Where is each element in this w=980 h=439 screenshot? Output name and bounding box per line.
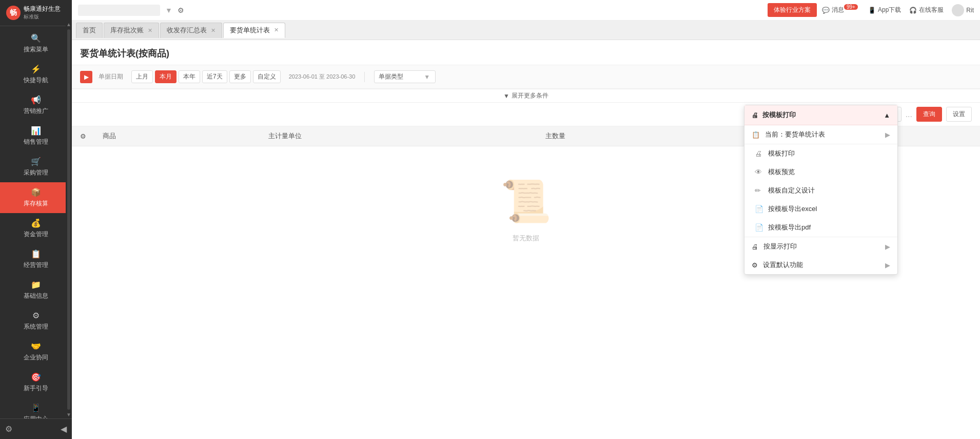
chevron-up-icon: ▲ bbox=[884, 111, 890, 119]
current-template-item[interactable]: 📋 当前：要货单统计表 ▶ bbox=[744, 125, 897, 144]
tab-close-icon[interactable]: ✕ bbox=[274, 27, 279, 33]
current-template-section: 📋 当前：要货单统计表 ▶ bbox=[744, 125, 897, 144]
tab-collection[interactable]: 收发存汇总表✕ bbox=[160, 23, 222, 38]
tab-close-icon[interactable]: ✕ bbox=[211, 27, 215, 34]
date-btn-本月[interactable]: 本月 bbox=[155, 70, 177, 83]
sidebar-item-label: 经营管理 bbox=[24, 261, 48, 270]
sidebar-item-label: 营销推广 bbox=[24, 107, 48, 116]
more-button[interactable]: ... bbox=[906, 110, 912, 119]
basic-icon: 📁 bbox=[31, 280, 41, 290]
print-item-template_print[interactable]: 🖨 模板打印 bbox=[744, 144, 897, 163]
sidebar-item-quicknav[interactable]: ⚡ 快捷导航 bbox=[0, 59, 72, 90]
default_func-icon: ⚙ bbox=[752, 261, 758, 269]
tab-label: 收发存汇总表 bbox=[167, 26, 207, 35]
date-btn-上月[interactable]: 上月 bbox=[131, 70, 153, 83]
template_print-icon: 🖨 bbox=[755, 149, 763, 158]
collab-icon: 🤝 bbox=[31, 341, 41, 351]
settings-button[interactable]: 设置 bbox=[946, 107, 972, 122]
sidebar-item-marketing[interactable]: 📢 营销推广 bbox=[0, 90, 72, 121]
date-btn-本年[interactable]: 本年 bbox=[179, 70, 200, 83]
empty-icon: 📜 bbox=[500, 177, 552, 225]
message-icon: 💬 bbox=[822, 7, 830, 14]
print-item-export_excel[interactable]: 📄 按模板导出excel bbox=[744, 200, 897, 218]
print-dropdown-header[interactable]: 🖨 按模板打印 ▲ bbox=[744, 105, 897, 125]
sidebar-item-guide[interactable]: 🎯 新手引导 bbox=[0, 367, 72, 398]
sidebar-item-inventory[interactable]: 📦 库存核算 bbox=[0, 182, 72, 213]
sidebar-item-collab[interactable]: 🤝 企业协同 bbox=[0, 336, 72, 367]
app-download-group[interactable]: 📱 App下载 bbox=[868, 6, 901, 14]
display_print-icon: 🖨 bbox=[752, 243, 758, 251]
sidebar-item-label: 基础信息 bbox=[24, 292, 48, 300]
filter-toolbar: ▶ 单据日期 上月本月本年近7天更多自定义 2023-06-01 至 2023-… bbox=[72, 65, 980, 89]
tab-home[interactable]: 首页 bbox=[76, 23, 103, 38]
app-badge: 标准版 bbox=[24, 13, 61, 21]
sidebar-item-label: 搜索菜单 bbox=[24, 45, 48, 54]
online-service-label: 在线客服 bbox=[919, 6, 944, 14]
tab-order_stat[interactable]: 要货单统计表✕ bbox=[223, 23, 285, 38]
app-logo: 畅 畅康通好生意 标准版 bbox=[0, 0, 72, 26]
print-dropdown-title: 按模板打印 bbox=[762, 110, 796, 120]
sidebar-item-appstore[interactable]: 📱 应用中心 bbox=[0, 398, 72, 418]
message-group[interactable]: 💬 消息 99+ bbox=[822, 6, 860, 14]
tab-batch[interactable]: 库存批次账✕ bbox=[104, 23, 159, 38]
print-item-template_design[interactable]: ✏ 模板自定义设计 bbox=[744, 181, 897, 200]
settings-icon[interactable]: ⚙ bbox=[5, 424, 12, 434]
topbar: ▼ ⚙ 体验行业方案 💬 消息 99+ 📱 App下载 🎧 在线客服 Rit bbox=[72, 0, 980, 21]
quicknav-icon: ⚡ bbox=[31, 64, 41, 74]
sidebar-item-label: 系统管理 bbox=[24, 322, 48, 331]
logo-icon: 畅 bbox=[6, 6, 21, 20]
template-icon: 📋 bbox=[752, 131, 760, 139]
tab-label: 要货单统计表 bbox=[230, 26, 270, 35]
print-item-template_preview[interactable]: 👁 模板预览 bbox=[744, 163, 897, 181]
print-sub-label: 按显示打印 bbox=[763, 242, 797, 251]
collapse-icon[interactable]: ◀ bbox=[61, 424, 67, 434]
sidebar-item-operation[interactable]: 📋 经营管理 bbox=[0, 244, 72, 275]
current-template-label: 当前：要货单统计表 bbox=[765, 130, 825, 139]
finance-icon: 💰 bbox=[31, 218, 41, 228]
settings-icon[interactable]: ⚙ bbox=[178, 6, 184, 14]
sidebar-bottom: ⚙ ◀ bbox=[0, 418, 72, 439]
date-label: 单据日期 bbox=[99, 72, 123, 81]
query-button[interactable]: 查询 bbox=[916, 107, 942, 122]
col-header-gear: ⚙ bbox=[72, 126, 94, 146]
industry-btn[interactable]: 体验行业方案 bbox=[768, 3, 817, 17]
sidebar-item-basic[interactable]: 📁 基础信息 bbox=[0, 275, 72, 306]
print-item-label: 模板打印 bbox=[768, 149, 795, 158]
dropdown-arrow-icon[interactable]: ▼ bbox=[165, 6, 172, 14]
print-sub-default_func[interactable]: ⚙ 设置默认功能 ▶ bbox=[744, 256, 897, 274]
chevron-right-icon: ▶ bbox=[885, 243, 890, 251]
expand-button[interactable]: ▶ bbox=[80, 71, 92, 83]
notification-badge: 99+ bbox=[844, 4, 858, 10]
print-header-icon: 🖨 bbox=[752, 111, 758, 119]
date-btn-近7天[interactable]: 近7天 bbox=[202, 70, 227, 83]
sidebar-item-label: 库存核算 bbox=[24, 199, 48, 208]
user-group[interactable]: Rit bbox=[952, 4, 974, 16]
tab-label: 库存批次账 bbox=[110, 26, 144, 35]
print-item-label: 模板预览 bbox=[768, 167, 795, 177]
export_excel-icon: 📄 bbox=[755, 205, 763, 213]
print-dropdown: 🖨 按模板打印 ▲ 📋 当前：要货单统计表 ▶ 🖨 模板打印 👁 bbox=[744, 105, 898, 275]
sidebar-item-finance[interactable]: 💰 资金管理 bbox=[0, 213, 72, 244]
online-service-group[interactable]: 🎧 在线客服 bbox=[909, 6, 944, 14]
chevron-right-icon: ▶ bbox=[885, 261, 890, 269]
headset-icon: 🎧 bbox=[909, 7, 917, 14]
sidebar-item-sales[interactable]: 📊 销售管理 bbox=[0, 121, 72, 151]
sidebar-item-search[interactable]: 🔍 搜索菜单 bbox=[0, 28, 72, 59]
date-btn-自定义[interactable]: 自定义 bbox=[253, 70, 281, 83]
search-input[interactable] bbox=[78, 5, 160, 16]
date-btn-更多[interactable]: 更多 bbox=[229, 70, 251, 83]
type-select[interactable]: 单据类型 ▼ bbox=[374, 70, 436, 83]
tab-label: 首页 bbox=[83, 26, 96, 35]
expand-conditions-button[interactable]: ▼ 展开更多条件 bbox=[72, 89, 980, 102]
template_design-icon: ✏ bbox=[755, 186, 763, 195]
print-item-export_pdf[interactable]: 📄 按模板导出pdf bbox=[744, 218, 897, 237]
col-header-unit: 主计量单位 bbox=[260, 126, 537, 146]
tabbar: 首页库存批次账✕收发存汇总表✕要货单统计表✕ bbox=[72, 21, 980, 40]
print-item-label: 按模板导出pdf bbox=[768, 223, 811, 232]
sidebar-item-system[interactable]: ⚙ 系统管理 bbox=[0, 306, 72, 336]
print-sub-display_print[interactable]: 🖨 按显示打印 ▶ bbox=[744, 237, 897, 256]
sidebar-item-purchase[interactable]: 🛒 采购管理 bbox=[0, 151, 72, 182]
phone-icon: 📱 bbox=[868, 7, 876, 14]
user-name: Rit bbox=[966, 7, 974, 14]
tab-close-icon[interactable]: ✕ bbox=[148, 27, 152, 34]
